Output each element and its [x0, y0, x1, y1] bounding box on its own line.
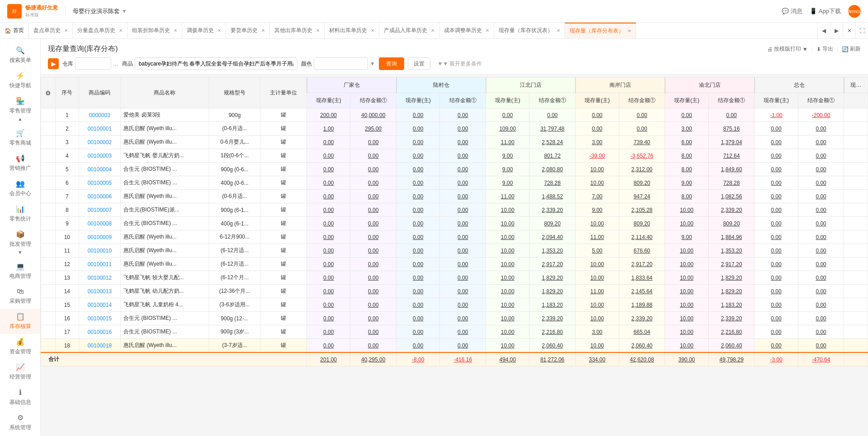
- row-code[interactable]: 00100011: [79, 258, 121, 271]
- row-total-amount[interactable]: 0.00: [798, 203, 844, 217]
- row-jiangbei-current[interactable]: 10.00: [486, 325, 529, 339]
- row-jiangbei-amount[interactable]: 1,829.20: [529, 285, 576, 298]
- row-total-amount[interactable]: 0.00: [798, 271, 844, 285]
- row-nanan-amount[interactable]: 947.24: [619, 190, 665, 203]
- row-jiangbei-amount[interactable]: 1,183.20: [529, 298, 576, 312]
- row-nanan-current[interactable]: 7.00: [576, 190, 619, 203]
- tab-close-btn[interactable]: ✕: [843, 23, 855, 39]
- row-jiangbei-amount[interactable]: 1,353.20: [529, 244, 576, 258]
- row-nanan-amount[interactable]: 1,189.88: [619, 298, 665, 312]
- row-nanan-amount[interactable]: 0.00: [619, 108, 665, 122]
- row-lucun-current[interactable]: 0.00: [396, 122, 440, 136]
- row-lucun-current[interactable]: 0.00: [396, 203, 440, 217]
- row-code[interactable]: 00100002: [79, 136, 121, 149]
- row-jiangbei-amount[interactable]: 2,339.20: [529, 203, 576, 217]
- row-total-amount[interactable]: 0.00: [798, 136, 844, 149]
- tab-product-in[interactable]: 产成品入库单历史 ✕: [379, 23, 439, 38]
- sidebar-item-member[interactable]: 👥 会员中心: [0, 176, 40, 201]
- tab-stock-status[interactable]: 现存量（库存状况表） ✕: [494, 23, 565, 38]
- row-nanan-current[interactable]: 0.00: [576, 108, 619, 122]
- row-total-current[interactable]: 0.00: [755, 176, 798, 190]
- close-tab-2[interactable]: ✕: [119, 28, 123, 33]
- sidebar-item-marketing[interactable]: 📢 营销推广: [0, 150, 40, 176]
- row-nanan-amount[interactable]: 2,312.00: [619, 163, 665, 176]
- row-yubei-amount[interactable]: 1,082.56: [708, 190, 755, 203]
- row-lucun-current[interactable]: 0.00: [396, 176, 440, 190]
- row-lucun-amount[interactable]: 0.00: [440, 108, 486, 122]
- tab-stock-dist[interactable]: 现存量（库存分布表） ✕: [565, 23, 636, 38]
- row-total-current[interactable]: 0.00: [755, 244, 798, 258]
- row-lucun-amount[interactable]: 0.00: [440, 298, 486, 312]
- row-jiangbei-amount[interactable]: 1,488.52: [529, 190, 576, 203]
- row-changjiacao-amount[interactable]: 0.00: [350, 230, 396, 244]
- row-changjiacao-amount[interactable]: 0.00: [350, 176, 396, 190]
- row-lucun-amount[interactable]: 0.00: [440, 217, 486, 230]
- row-lucun-amount[interactable]: 0.00: [440, 122, 486, 136]
- row-jiangbei-amount[interactable]: 801.72: [529, 149, 576, 163]
- row-yubei-current[interactable]: 9.00: [665, 230, 708, 244]
- row-changjiacao-current[interactable]: 0.00: [307, 244, 350, 258]
- tab-other-out[interactable]: 其他出库单历史 ✕: [270, 23, 325, 38]
- row-total-current[interactable]: 0.00: [755, 203, 798, 217]
- row-yubei-current[interactable]: 10.00: [665, 325, 708, 339]
- row-yubei-current[interactable]: 8.00: [665, 190, 708, 203]
- row-lucun-current[interactable]: 0.00: [396, 217, 440, 230]
- total-total-current[interactable]: -3.00: [755, 352, 798, 366]
- row-total-amount[interactable]: 0.00: [798, 176, 844, 190]
- row-nanan-current[interactable]: 11.00: [576, 285, 619, 298]
- sidebar-item-basic[interactable]: ℹ 基础信息: [0, 384, 40, 410]
- row-changjiacao-current[interactable]: 0.00: [307, 339, 350, 353]
- tab-purchase-order[interactable]: 要货单历史 ✕: [226, 23, 270, 38]
- row-yubei-current[interactable]: 10.00: [665, 203, 708, 217]
- row-code[interactable]: 00100007: [79, 203, 121, 217]
- row-nanan-amount[interactable]: 2,060.40: [619, 339, 665, 353]
- row-changjiacao-current[interactable]: 0.00: [307, 136, 350, 149]
- row-nanan-current[interactable]: 10.00: [576, 312, 619, 325]
- row-jiangbei-current[interactable]: 10.00: [486, 339, 529, 353]
- total-jiangbei-current[interactable]: 494.00: [486, 352, 529, 366]
- row-yubei-amount[interactable]: 2,917.20: [708, 258, 755, 271]
- row-jiangbei-current[interactable]: 10.00: [486, 244, 529, 258]
- row-nanan-current[interactable]: 5.00: [576, 244, 619, 258]
- row-jiangbei-amount[interactable]: 2,528.24: [529, 136, 576, 149]
- row-total-amount[interactable]: 0.00: [798, 190, 844, 203]
- row-yubei-current[interactable]: 10.00: [665, 217, 708, 230]
- tab-cost-adjust[interactable]: 成本调整单历史 ✕: [439, 23, 494, 38]
- row-total-current[interactable]: 0.00: [755, 230, 798, 244]
- row-lucun-amount[interactable]: 0.00: [440, 244, 486, 258]
- row-yubei-amount[interactable]: 2,339.20: [708, 203, 755, 217]
- row-lucun-current[interactable]: 0.00: [396, 258, 440, 271]
- row-code[interactable]: 00100009: [79, 230, 121, 244]
- row-lucun-current[interactable]: 0.00: [396, 108, 440, 122]
- row-jiangbei-amount[interactable]: 1,829.20: [529, 271, 576, 285]
- row-nanan-amount[interactable]: 0.00: [619, 122, 665, 136]
- row-changjiacao-current[interactable]: 0.00: [307, 190, 350, 203]
- tab-stock-single[interactable]: 盘点单历史 ✕: [29, 23, 73, 38]
- row-lucun-amount[interactable]: 0.00: [440, 325, 486, 339]
- expand-conditions-btn[interactable]: ▼▼ 展开更多条件: [438, 60, 482, 68]
- row-nanan-amount[interactable]: 2,105.28: [619, 203, 665, 217]
- row-lucun-current[interactable]: 0.00: [396, 230, 440, 244]
- row-code[interactable]: 00100003: [79, 149, 121, 163]
- row-total-amount[interactable]: 0.00: [798, 285, 844, 298]
- row-nanan-amount[interactable]: 2,114.40: [619, 230, 665, 244]
- sidebar-item-retail-stats[interactable]: 📊 零售统计: [0, 201, 40, 226]
- row-total-amount[interactable]: 0.00: [798, 149, 844, 163]
- row-jiangbei-amount[interactable]: 2,094.40: [529, 230, 576, 244]
- row-code[interactable]: 00100012: [79, 271, 121, 285]
- row-total-current[interactable]: 0.00: [755, 149, 798, 163]
- row-jiangbei-amount[interactable]: 728.28: [529, 176, 576, 190]
- row-nanan-amount[interactable]: 2,917.20: [619, 258, 665, 271]
- total-jiangbei-amount[interactable]: 81,272.06: [529, 352, 576, 366]
- row-code[interactable]: 00100014: [79, 298, 121, 312]
- row-yubei-current[interactable]: 8.00: [665, 163, 708, 176]
- row-changjiacao-amount[interactable]: 40,000.00: [350, 108, 396, 122]
- row-nanan-amount[interactable]: -3,652.76: [619, 149, 665, 163]
- row-yubei-amount[interactable]: 1,353.20: [708, 244, 755, 258]
- row-total-current[interactable]: -1.00: [755, 108, 798, 122]
- row-total-current[interactable]: 0.00: [755, 163, 798, 176]
- row-code[interactable]: 0000003: [79, 108, 121, 122]
- total-changjiacao-amount[interactable]: 40,295.00: [350, 352, 396, 366]
- row-lucun-amount[interactable]: 0.00: [440, 285, 486, 298]
- row-yubei-amount[interactable]: 1,849.60: [708, 163, 755, 176]
